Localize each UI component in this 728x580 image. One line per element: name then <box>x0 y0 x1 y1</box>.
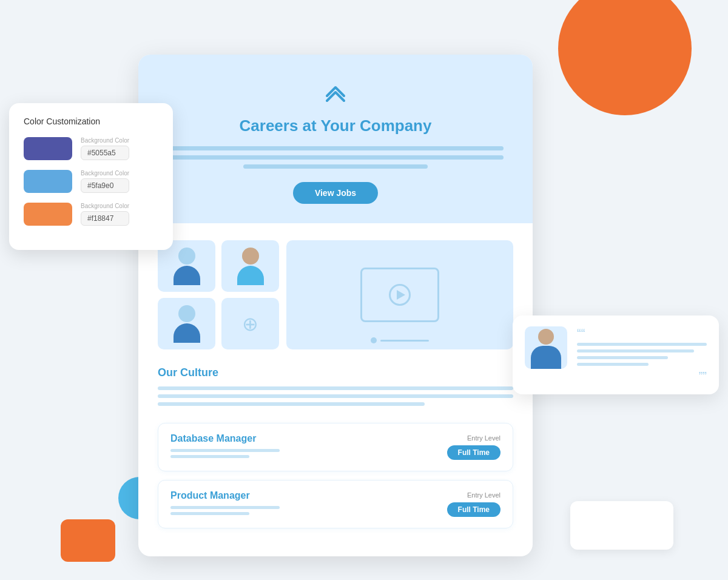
job-title-1: Database Manager <box>170 433 280 444</box>
job-left-2: Product Manager <box>170 490 280 518</box>
avatar-person-3 <box>174 305 200 343</box>
job-line-1b <box>170 455 249 458</box>
color-info-3: Background Color #f18847 <box>81 203 129 226</box>
panel-title: Color Customization <box>24 116 158 126</box>
job-right-1: Entry Level Full Time <box>447 434 500 460</box>
job-badge-2: Full Time <box>447 502 500 517</box>
media-thumbnails: ⊕ <box>158 240 279 349</box>
avatar-body-2 <box>237 266 264 285</box>
job-title-2: Product Manager <box>170 490 280 501</box>
job-lines-2 <box>170 506 280 515</box>
hero-line-2 <box>167 155 504 160</box>
hero-line-3 <box>243 164 428 169</box>
logo-icon <box>321 76 350 108</box>
culture-line-3 <box>158 402 425 406</box>
media-video-player[interactable] <box>286 240 513 349</box>
testimonial-card: ““ ”” <box>513 315 719 394</box>
avatar-person-2 <box>237 248 264 285</box>
media-grid: ⊕ <box>158 240 513 349</box>
avatar-person-1 <box>174 248 200 285</box>
job-line-2a <box>170 506 280 509</box>
quote-open-icon: ““ <box>577 326 707 340</box>
play-triangle-icon <box>397 290 405 300</box>
job-line-1a <box>170 449 280 452</box>
testimonial-avatar <box>525 326 567 369</box>
job-entry-label-1: Entry Level <box>467 434 500 442</box>
main-card: Careers at Your Company View Jobs <box>138 55 533 556</box>
color-swatch-1[interactable] <box>24 137 72 160</box>
color-swatch-2[interactable] <box>24 170 72 193</box>
culture-line-1 <box>158 386 513 390</box>
testimonial-avatar-body <box>531 346 561 369</box>
color-row-3: Background Color #f18847 <box>24 203 158 226</box>
hero-title: Careers at Your Company <box>240 116 432 135</box>
color-row-2: Background Color #5fa9e0 <box>24 170 158 193</box>
media-thumb-2 <box>221 240 279 292</box>
testimonial-content: ““ ”” <box>577 326 707 383</box>
job-card-1[interactable]: Database Manager Entry Level Full Time <box>158 423 513 471</box>
culture-section-title: Our Culture <box>158 366 513 379</box>
job-right-2: Entry Level Full Time <box>447 491 500 517</box>
job-entry-label-2: Entry Level <box>467 491 500 499</box>
test-line-3 <box>577 356 668 359</box>
hero-section: Careers at Your Company View Jobs <box>138 55 533 223</box>
quote-close-icon: ”” <box>577 369 707 383</box>
color-label-3: Background Color <box>81 203 129 209</box>
job-lines-1 <box>170 449 280 458</box>
job-line-2b <box>170 512 249 515</box>
media-thumb-3 <box>158 298 215 349</box>
video-ctrl-dot <box>371 337 377 343</box>
job-card-2[interactable]: Product Manager Entry Level Full Time <box>158 480 513 528</box>
color-swatch-3[interactable] <box>24 203 72 226</box>
test-line-4 <box>577 363 649 366</box>
color-value-2[interactable]: #5fa9e0 <box>81 178 129 193</box>
test-line-2 <box>577 349 694 352</box>
decorative-small-card <box>570 501 673 550</box>
color-value-3[interactable]: #f18847 <box>81 211 129 226</box>
avatar-head-2 <box>242 248 259 265</box>
culture-line-2 <box>158 394 513 398</box>
job-badge-1: Full Time <box>447 445 500 460</box>
job-left-1: Database Manager <box>170 433 280 461</box>
avatar-body-1 <box>174 266 200 285</box>
add-media-icon: ⊕ <box>242 314 258 334</box>
content-section: ⊕ Our Culture <box>138 223 533 556</box>
video-screen <box>360 268 439 322</box>
color-value-1[interactable]: #5055a5 <box>81 146 129 160</box>
play-button[interactable] <box>389 284 411 306</box>
view-jobs-button[interactable]: View Jobs <box>293 182 378 204</box>
avatar-body-3 <box>174 323 200 343</box>
culture-text-lines <box>158 386 513 406</box>
decorative-orange-rect <box>61 519 115 562</box>
color-customization-panel: Color Customization Background Color #50… <box>9 103 173 250</box>
test-line-1 <box>577 343 707 346</box>
hero-line-1 <box>167 146 504 150</box>
media-thumb-add[interactable]: ⊕ <box>221 298 279 349</box>
color-info-1: Background Color #5055a5 <box>81 137 129 160</box>
video-controls <box>286 337 513 343</box>
avatar-head-3 <box>178 305 195 322</box>
color-info-2: Background Color #5fa9e0 <box>81 170 129 193</box>
avatar-head-1 <box>178 248 195 265</box>
testimonial-avatar-head <box>538 329 554 345</box>
color-label-1: Background Color <box>81 137 129 144</box>
video-progress-bar <box>380 340 429 342</box>
testimonial-text-lines <box>577 343 707 366</box>
color-row-1: Background Color #5055a5 <box>24 137 158 160</box>
decorative-orange-circle <box>558 0 692 115</box>
color-label-2: Background Color <box>81 170 129 177</box>
hero-lines <box>167 146 504 169</box>
